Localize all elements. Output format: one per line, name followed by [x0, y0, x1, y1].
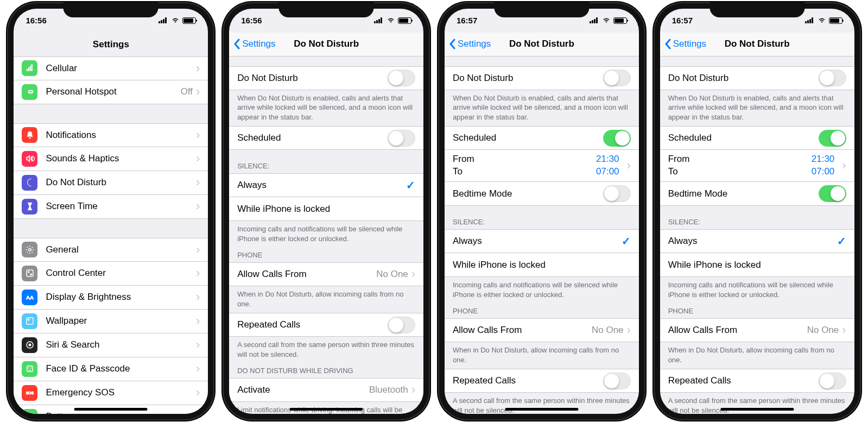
screentime-icon	[22, 199, 37, 215]
schedule-time-row[interactable]: From21:30To07:00 ›	[445, 150, 639, 182]
chevron-right-icon: ›	[842, 160, 846, 172]
general-icon	[22, 242, 37, 257]
row-label: Display & Brightness	[46, 292, 131, 303]
chevron-right-icon: ›	[196, 267, 200, 279]
scheduled-toggle[interactable]	[603, 130, 631, 147]
while-locked-row[interactable]: While iPhone is locked	[445, 253, 639, 277]
scheduled-row[interactable]: Scheduled	[660, 126, 854, 150]
bedtime-row[interactable]: Bedtime Mode	[660, 182, 854, 206]
signal-icon	[805, 17, 815, 23]
back-button[interactable]: Settings	[664, 39, 706, 49]
controlcenter-icon	[22, 266, 37, 281]
checkmark-icon: ✓	[406, 179, 415, 192]
activate-row[interactable]: ActivateBluetooth›	[229, 378, 423, 402]
battery-icon	[182, 17, 196, 24]
phone-header: PHONE	[660, 304, 854, 318]
bedtime-row[interactable]: Bedtime Mode	[445, 182, 639, 206]
phone-header: PHONE	[445, 304, 639, 318]
battery-icon	[398, 17, 411, 24]
chevron-right-icon: ›	[411, 268, 415, 280]
settings-row-faceid[interactable]: Face ID & Passcode›	[14, 357, 208, 381]
checkmark-icon: ✓	[622, 235, 631, 248]
chevron-right-icon: ›	[196, 62, 200, 74]
scheduled-row[interactable]: Scheduled	[445, 126, 639, 150]
dnd-row[interactable]: Do Not Disturb	[445, 66, 639, 90]
repeated-calls-row[interactable]: Repeated Calls	[229, 313, 423, 337]
always-row[interactable]: Always✓	[660, 229, 854, 253]
settings-row-sounds[interactable]: Sounds & Haptics›	[14, 147, 208, 171]
repeated-calls-row[interactable]: Repeated Calls	[660, 369, 854, 393]
dnd-row[interactable]: Do Not Disturb	[229, 66, 423, 90]
dnd-toggle[interactable]	[603, 70, 631, 86]
scheduled-toggle[interactable]	[388, 130, 415, 147]
settings-row-display[interactable]: AADisplay & Brightness›	[14, 286, 208, 310]
while-locked-row[interactable]: While iPhone is locked	[229, 197, 423, 221]
settings-row-dnd[interactable]: Do Not Disturb›	[14, 171, 208, 195]
home-indicator[interactable]	[505, 408, 578, 411]
settings-row-notifications[interactable]: Notifications›	[14, 123, 208, 147]
scheduled-toggle[interactable]	[819, 130, 846, 147]
svg-text:AA: AA	[26, 294, 34, 300]
row-label: Do Not Disturb	[46, 177, 106, 188]
while-locked-row[interactable]: While iPhone is locked	[660, 253, 854, 277]
chevron-right-icon: ›	[196, 86, 200, 98]
chevron-right-icon: ›	[196, 200, 200, 212]
home-indicator[interactable]	[720, 408, 794, 411]
settings-row-siri[interactable]: Siri & Search›	[14, 333, 208, 357]
wallpaper-icon	[22, 313, 37, 329]
page-title: Settings	[93, 39, 129, 50]
row-label: Notifications	[46, 130, 96, 141]
row-label: Siri & Search	[46, 339, 99, 350]
repeated-calls-row[interactable]: Repeated Calls	[445, 369, 639, 393]
svg-point-11	[30, 368, 31, 369]
svg-point-0	[29, 248, 31, 251]
allow-calls-row[interactable]: Allow Calls FromNo One›	[445, 318, 639, 342]
dnd-toggle[interactable]	[388, 70, 415, 86]
bedtime-toggle[interactable]	[819, 185, 846, 202]
settings-row-controlcenter[interactable]: Control Center›	[14, 262, 208, 286]
row-label: Personal Hotspot	[46, 86, 116, 97]
dnd-footer: When Do Not Disturb is enabled, calls an…	[229, 90, 423, 127]
signal-icon	[590, 17, 599, 23]
repeated-toggle[interactable]	[388, 317, 415, 333]
settings-row-hotspot[interactable]: Personal HotspotOff›	[14, 80, 208, 104]
silence-header: SILENCE:	[445, 206, 639, 229]
silence-footer: Incoming calls and notifications will be…	[445, 277, 639, 304]
allow-footer: When in Do Not Disturb, allow incoming c…	[660, 342, 854, 369]
row-label: Sounds & Haptics	[46, 153, 119, 164]
allow-calls-row[interactable]: Allow Calls FromNo One›	[229, 262, 423, 286]
scheduled-row[interactable]: Scheduled	[229, 126, 423, 150]
settings-row-screentime[interactable]: Screen Time›	[14, 195, 208, 219]
always-row[interactable]: Always✓	[229, 173, 423, 197]
settings-row-general[interactable]: General›	[14, 238, 208, 262]
home-indicator[interactable]	[290, 408, 363, 411]
dnd-icon	[22, 175, 37, 191]
settings-row-sos[interactable]: SOSEmergency SOS›	[14, 381, 208, 405]
wifi-icon	[171, 17, 180, 24]
settings-row-wallpaper[interactable]: Wallpaper›	[14, 310, 208, 333]
dnd-toggle[interactable]	[819, 70, 846, 86]
back-button[interactable]: Settings	[449, 39, 491, 49]
home-indicator[interactable]	[74, 408, 148, 411]
chevron-right-icon: ›	[196, 411, 200, 414]
schedule-time-row[interactable]: From21:30To07:00 ›	[660, 150, 854, 182]
svg-rect-9	[27, 366, 33, 372]
dnd-row[interactable]: Do Not Disturb	[660, 66, 854, 90]
wifi-icon	[818, 17, 826, 24]
settings-row-cellular[interactable]: Cellular›	[14, 56, 208, 80]
chevron-right-icon: ›	[196, 129, 200, 141]
row-label: General	[46, 244, 78, 255]
bedtime-toggle[interactable]	[603, 185, 631, 202]
row-label: Wallpaper	[46, 316, 87, 326]
back-button[interactable]: Settings	[233, 39, 275, 49]
always-row[interactable]: Always✓	[445, 229, 639, 253]
row-label: Screen Time	[46, 201, 97, 212]
repeated-toggle[interactable]	[819, 373, 846, 389]
chevron-right-icon: ›	[196, 363, 200, 375]
svg-point-8	[29, 344, 31, 347]
allow-calls-row[interactable]: Allow Calls FromNo One›	[660, 318, 854, 342]
checkmark-icon: ✓	[837, 235, 846, 248]
navbar: Settings Do Not Disturb	[445, 33, 639, 56]
chevron-right-icon: ›	[196, 177, 200, 188]
repeated-toggle[interactable]	[603, 373, 631, 389]
